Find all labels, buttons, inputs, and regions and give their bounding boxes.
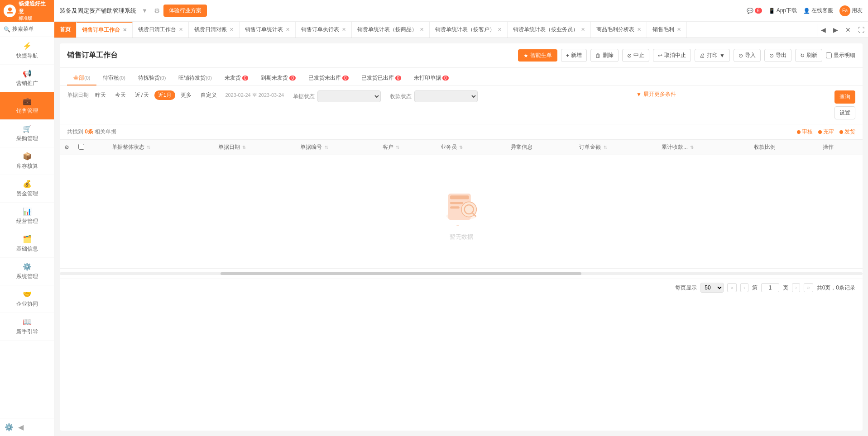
add-btn[interactable]: + 新增 [561, 49, 587, 62]
tab-sales-stat-staff[interactable]: 销货单统计表（按业务员） ✕ [508, 22, 591, 38]
page-number-input[interactable] [761, 283, 779, 292]
sidebar-item-operation[interactable]: 📊 经营管理 [0, 203, 54, 230]
tab-sales-order[interactable]: 销售订单工作台 ✕ [77, 22, 133, 38]
status-select[interactable] [317, 90, 381, 102]
date-option-7days[interactable]: 近7天 [131, 90, 153, 100]
settings-btn[interactable]: 设置 [834, 106, 855, 119]
search-menu[interactable]: 🔍 搜索菜单 [0, 22, 54, 37]
tab-close-icon[interactable]: ✕ [581, 27, 585, 33]
tab-close-icon[interactable]: ✕ [230, 27, 234, 33]
tab-close-icon[interactable]: ✕ [637, 27, 641, 33]
tab-close-icon[interactable]: ✕ [342, 27, 346, 33]
sub-tab-all[interactable]: 全部(0) [67, 71, 96, 85]
sidebar-item-system[interactable]: ⚙️ 系统管理 [0, 258, 54, 285]
online-service-action[interactable]: 👤 在线客服 [803, 7, 833, 14]
print-btn[interactable]: 🖨 打印 ▼ [695, 49, 730, 62]
tab-close-icon[interactable]: ✕ [179, 27, 183, 33]
import-btn[interactable]: ⊙ 导入 [734, 49, 761, 62]
tab-close-icon[interactable]: ✕ [420, 27, 424, 33]
tab-sales-stat-customer[interactable]: 销货单统计表（按客户） ✕ [430, 22, 508, 38]
settings-icon[interactable]: ⚙️ [5, 423, 14, 431]
delete-btn[interactable]: 🗑 删除 [590, 49, 619, 62]
quick-send-btn[interactable]: 发货 [839, 128, 855, 136]
quick-cancel-btn[interactable]: 充审 [818, 128, 834, 136]
page-size-select[interactable]: 50 10 20 100 [700, 283, 724, 293]
tab-close-icon[interactable]: ✕ [123, 27, 127, 33]
last-page-btn[interactable]: » [804, 283, 813, 292]
sidebar-item-inventory[interactable]: 📦 库存核算 [0, 147, 54, 175]
show-detail-label[interactable]: 显示明细 [826, 52, 855, 59]
sub-tab-wangpu[interactable]: 旺铺待发货(0) [172, 71, 218, 85]
date-option-today[interactable]: 今天 [111, 90, 129, 100]
th-collected[interactable]: 累计收款... ⇅ [657, 140, 749, 155]
cancel-stop-btn[interactable]: ↩ 取消中止 [653, 49, 691, 62]
show-detail-checkbox[interactable] [826, 52, 832, 58]
sidebar-item-marketing[interactable]: 📢 营销推广 [0, 65, 54, 92]
tab-close-all[interactable]: ✕ [842, 24, 854, 36]
tab-home[interactable]: 首页 [54, 22, 77, 38]
sub-tab-not-printed[interactable]: 未打印单据0 [408, 71, 455, 85]
table-scroll[interactable]: ⚙ 单据整体状态 ⇅ 单据日期 ⇅ [60, 139, 863, 268]
th-customer[interactable]: 客户 ⇅ [378, 140, 436, 155]
dropdown-icon[interactable]: ▼ [142, 7, 148, 14]
tab-close-icon[interactable]: ✕ [677, 27, 681, 33]
export-btn[interactable]: ⊙ 导出 [764, 49, 791, 62]
smart-btn[interactable]: ★ 智能生单 [518, 49, 557, 62]
tab-sales-exec[interactable]: 销售订单执行表 ✕ [296, 22, 352, 38]
settings-gear-icon[interactable]: ⚙ [154, 7, 160, 15]
message-action[interactable]: 💬 6 [747, 8, 762, 14]
tab-close-icon[interactable]: ✕ [498, 27, 502, 33]
tab-gross-profit[interactable]: 商品毛利分析表 ✕ [591, 22, 647, 38]
th-amount[interactable]: 订单金额 ⇅ [575, 140, 657, 155]
sidebar-item-coop[interactable]: 🤝 企业协同 [0, 285, 54, 313]
sub-tab-not-shipped[interactable]: 未发货0 [218, 71, 255, 85]
sidebar-item-finance[interactable]: 💰 资金管理 [0, 175, 54, 203]
payment-select[interactable] [414, 90, 478, 102]
sub-tab-pending-inspect[interactable]: 待拣验货(0) [132, 71, 172, 85]
sidebar-item-sales[interactable]: 💼 销售管理 [0, 92, 54, 120]
sub-tab-shipped-in[interactable]: 已发货已出库0 [355, 71, 408, 85]
stop-btn[interactable]: ⊘ 中止 [622, 49, 649, 62]
th-staff[interactable]: 业务员 ⇅ [436, 140, 506, 155]
date-option-yesterday[interactable]: 昨天 [91, 90, 110, 100]
tab-fullscreen[interactable]: ⛶ [854, 24, 868, 36]
expand-btn[interactable]: ▼ 展开更多条件 [636, 90, 676, 98]
th-status[interactable]: 单据整体状态 ⇅ [107, 140, 214, 155]
tab-daily-cash[interactable]: 钱货日清工作台 ✕ [133, 22, 189, 38]
sub-tab-pending-review[interactable]: 待审核(0) [96, 71, 131, 85]
next-page-btn[interactable]: › [792, 283, 800, 292]
query-btn[interactable]: 查询 [834, 90, 855, 104]
sub-tab-shipped-not-in[interactable]: 已发货未出库0 [302, 71, 355, 85]
sidebar-item-basic[interactable]: 🗂️ 基础信息 [0, 230, 54, 258]
first-page-btn[interactable]: « [727, 283, 737, 292]
tab-sales-profit[interactable]: 销售毛利 ✕ [647, 22, 687, 38]
select-all-checkbox[interactable] [78, 144, 84, 150]
quick-audit-btn[interactable]: 审核 [797, 128, 813, 136]
date-option-more[interactable]: 更多 [177, 90, 195, 100]
th-date[interactable]: 单据日期 ⇅ [214, 140, 296, 155]
industry-btn[interactable]: 体验行业方案 [163, 5, 207, 17]
date-option-1month[interactable]: 近1月 [154, 90, 176, 100]
sub-tab-overdue[interactable]: 到期未发货0 [254, 71, 302, 85]
sort-staff-icon: ⇅ [459, 145, 463, 150]
th-number[interactable]: 单据编号 ⇅ [296, 140, 378, 155]
column-settings-icon[interactable]: ⚙ [64, 144, 69, 151]
tab-sales-stat-product[interactable]: 销货单统计表（按商品） ✕ [352, 22, 430, 38]
prev-page-btn[interactable]: ‹ [740, 283, 748, 292]
collapse-icon[interactable]: ◀ [18, 423, 24, 431]
print-dropdown-icon[interactable]: ▼ [719, 52, 725, 59]
tab-scroll-right[interactable]: ▶ [830, 24, 842, 36]
date-option-custom[interactable]: 自定义 [197, 90, 221, 100]
tab-cash-reconcile[interactable]: 钱货日清对账 ✕ [189, 22, 240, 38]
sidebar-item-purchase[interactable]: 🛒 采购管理 [0, 120, 54, 147]
scrollbar-area[interactable] [60, 268, 863, 279]
scroll-thumb[interactable] [221, 272, 582, 275]
tab-sales-stat[interactable]: 销售订单统计表 ✕ [240, 22, 296, 38]
user-action[interactable]: Ea 用友 [839, 5, 863, 16]
tab-scroll-left[interactable]: ◀ [817, 24, 830, 36]
refresh-btn[interactable]: ↻ 刷新 [795, 49, 822, 62]
sidebar-item-guide[interactable]: 📖 新手引导 [0, 313, 54, 341]
tab-close-icon[interactable]: ✕ [286, 27, 290, 33]
app-download-action[interactable]: 📱 App下载 [768, 7, 797, 14]
sidebar-item-nav[interactable]: ⚡ 快捷导航 [0, 37, 54, 65]
